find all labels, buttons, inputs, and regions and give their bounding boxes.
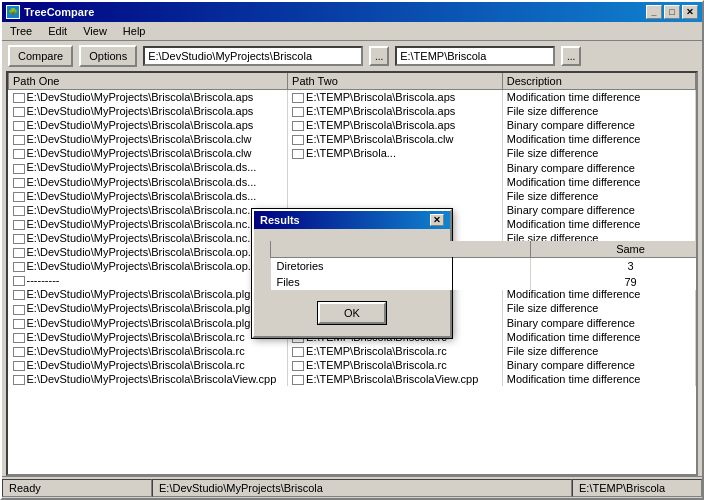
menu-bar: Tree Edit View Help <box>2 22 702 41</box>
title-bar-left: 🌳 TreeCompare <box>6 5 94 19</box>
path-two-input[interactable] <box>395 46 555 66</box>
dialog-table-body: Diretories33Files7942 <box>271 258 699 291</box>
dialog-close-button[interactable]: ✕ <box>430 214 444 226</box>
menu-help[interactable]: Help <box>119 24 150 38</box>
menu-tree[interactable]: Tree <box>6 24 36 38</box>
maximize-button[interactable]: □ <box>664 5 680 19</box>
results-dialog: Results ✕ Same Different Direto <box>252 209 452 338</box>
dialog-cell-label: Files <box>271 274 531 290</box>
options-button[interactable]: Options <box>79 45 137 67</box>
compare-button[interactable]: Compare <box>8 45 73 67</box>
status-bar: Ready E:\DevStudio\MyProjects\Briscola E… <box>2 476 702 498</box>
status-ready: Ready <box>2 479 152 497</box>
dialog-button-row: OK <box>270 302 434 324</box>
app-icon: 🌳 <box>6 5 20 19</box>
window-title: TreeCompare <box>24 6 94 18</box>
dialog-title-text: Results <box>260 214 300 226</box>
dialog-col-same: Same <box>531 241 699 258</box>
path-one-input[interactable] <box>143 46 363 66</box>
close-button[interactable]: ✕ <box>682 5 698 19</box>
toolbar: Compare Options ... ... <box>2 41 702 71</box>
title-bar: 🌳 TreeCompare _ □ ✕ <box>2 2 702 22</box>
menu-edit[interactable]: Edit <box>44 24 71 38</box>
minimize-button[interactable]: _ <box>646 5 662 19</box>
dialog-title-bar: Results ✕ <box>254 211 450 229</box>
file-table-container: Path One Path Two Description E:\DevStud… <box>6 71 698 476</box>
dialog-table-row: Files7942 <box>271 274 699 290</box>
dialog-table-row: Diretories33 <box>271 258 699 275</box>
modal-overlay: Results ✕ Same Different Direto <box>8 73 696 474</box>
dialog-cell-same: 79 <box>531 274 699 290</box>
dialog-col-label <box>271 241 531 258</box>
browse-two-button[interactable]: ... <box>561 46 581 66</box>
dialog-cell-same: 3 <box>531 258 699 275</box>
dialog-results-table: Same Different Diretories33Files7942 <box>270 241 698 290</box>
dialog-ok-button[interactable]: OK <box>318 302 386 324</box>
menu-view[interactable]: View <box>79 24 111 38</box>
status-path-one: E:\DevStudio\MyProjects\Briscola <box>152 479 572 497</box>
browse-one-button[interactable]: ... <box>369 46 389 66</box>
main-window: 🌳 TreeCompare _ □ ✕ Tree Edit View Help … <box>0 0 704 500</box>
dialog-cell-label: Diretories <box>271 258 531 275</box>
dialog-content: Same Different Diretories33Files7942 OK <box>254 229 450 336</box>
title-buttons: _ □ ✕ <box>646 5 698 19</box>
status-path-two: E:\TEMP\Briscola <box>572 479 702 497</box>
